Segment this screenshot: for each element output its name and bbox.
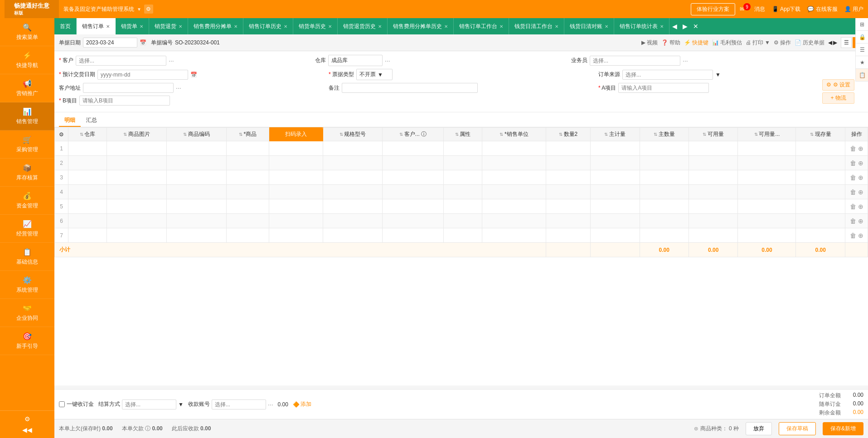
row-unit-6[interactable] [482, 228, 546, 243]
row-code-0[interactable] [166, 141, 226, 156]
th-available-qty[interactable]: 可用量 [689, 128, 737, 141]
invoice-select[interactable]: 不开票 ▼ [356, 69, 393, 80]
address-more-icon[interactable]: ··· [176, 84, 181, 91]
tab-cash-reconcile[interactable]: 钱货日清对账 ✕ [564, 18, 614, 34]
row-unit-2[interactable] [482, 170, 546, 185]
tab-expense[interactable]: 销售费用分摊单 ✕ [188, 18, 243, 34]
tab-workbench-close[interactable]: ✕ [499, 24, 503, 29]
logistics-btn[interactable]: + 物流 [822, 92, 854, 104]
user-avatar[interactable]: 👤 用户 [844, 5, 863, 13]
row-main-qty-6[interactable] [640, 228, 689, 243]
tab-sales-invoice-close[interactable]: ✕ [140, 24, 143, 29]
dropdown-arrow-icon[interactable]: ▼ [137, 7, 141, 12]
sidebar-collapse-icon[interactable]: ◀◀ [2, 426, 52, 433]
th-main-qty[interactable]: 主数量 [640, 128, 689, 141]
row-main-qty-5[interactable] [640, 214, 689, 228]
tab-returns-close[interactable]: ✕ [179, 24, 182, 29]
sidebar-item-management[interactable]: 📈 经营管理 [0, 215, 54, 243]
row-warehouse-0[interactable] [68, 141, 107, 156]
row-warehouse-1[interactable] [68, 156, 107, 170]
row-scan-0[interactable] [269, 141, 323, 156]
save-draft-btn[interactable]: 保存草稿 [779, 422, 816, 435]
sidebar-item-sales[interactable]: 📊 销售管理 [0, 102, 54, 130]
row-scan-4[interactable] [269, 199, 323, 214]
copy-icon-5[interactable]: ⊕ [858, 217, 863, 225]
tab-sales-stats-close[interactable]: ✕ [660, 24, 664, 29]
row-attr-3[interactable] [443, 185, 482, 199]
tab-order-history[interactable]: 销售订单历史 ✕ [243, 18, 293, 34]
copy-icon-4[interactable]: ⊕ [858, 203, 863, 210]
row-qty2-1[interactable] [546, 156, 590, 170]
row-qty2-5[interactable] [546, 214, 590, 228]
row-code-6[interactable] [166, 228, 226, 243]
sidebar-item-navigation[interactable]: ⚡ 快捷导航 [0, 46, 54, 74]
row-product-5[interactable] [226, 214, 269, 228]
messages-area[interactable]: ✉ 9 消息 [740, 5, 766, 13]
row-customer-code-1[interactable] [383, 156, 443, 170]
row-customer-code-2[interactable] [383, 170, 443, 185]
history-btn[interactable]: 📄 历史单据 [795, 39, 824, 47]
delete-icon-2[interactable]: 🗑 [850, 174, 856, 181]
row-spec-4[interactable] [323, 199, 383, 214]
th-warehouse[interactable]: 仓库 [68, 128, 107, 141]
row-scan-3[interactable] [269, 185, 323, 199]
row-spec-6[interactable] [323, 228, 383, 243]
tab-expense-close[interactable]: ✕ [234, 24, 238, 29]
th-customer-code[interactable]: 客户... ⓘ [383, 128, 443, 141]
row-code-1[interactable] [166, 156, 226, 170]
tab-sales-order[interactable]: 销售订单 ✕ [77, 18, 116, 34]
row-scan-6[interactable] [269, 228, 323, 243]
shortcut-btn[interactable]: ⚡ 快捷键 [684, 39, 708, 47]
sidebar-item-basic-info[interactable]: 📋 基础信息 [0, 243, 54, 271]
sidebar-item-enterprise[interactable]: 🤝 企业协同 [0, 299, 54, 327]
tab-cash-reconcile-close[interactable]: ✕ [605, 24, 608, 29]
tab-invoice-history-close[interactable]: ✕ [328, 24, 332, 29]
row-spec-0[interactable] [323, 141, 383, 156]
row-warehouse-4[interactable] [68, 199, 107, 214]
row-warehouse-3[interactable] [68, 185, 107, 199]
delete-icon-6[interactable]: 🗑 [850, 232, 856, 239]
account-more-icon[interactable]: ··· [268, 401, 273, 408]
tab-sales-stats[interactable]: 销售订单统计表 ✕ [614, 18, 669, 34]
row-qty2-6[interactable] [546, 228, 590, 243]
sidebar-settings-icon[interactable]: ⚙ [2, 415, 52, 423]
add-btn[interactable]: 🔶 添加 [293, 400, 311, 408]
right-btn-1[interactable]: ⊞ [856, 18, 868, 31]
row-customer-code-4[interactable] [383, 199, 443, 214]
row-attr-1[interactable] [443, 156, 482, 170]
row-attr-4[interactable] [443, 199, 482, 214]
row-code-4[interactable] [166, 199, 226, 214]
row-attr-2[interactable] [443, 170, 482, 185]
save-new-btn[interactable]: 保存&新增 [823, 422, 863, 435]
th-current-qty[interactable]: 现存量 [796, 128, 845, 141]
row-qty2-0[interactable] [546, 141, 590, 156]
salesperson-more-icon[interactable]: ··· [683, 57, 688, 64]
row-main-qty-3[interactable] [640, 185, 689, 199]
row-warehouse-5[interactable] [68, 214, 107, 228]
row-qty2-3[interactable] [546, 185, 590, 199]
th-available-qty2[interactable]: 可用量... [738, 128, 796, 141]
th-settings[interactable]: ⚙ [55, 128, 68, 141]
row-spec-5[interactable] [323, 214, 383, 228]
sidebar-item-search[interactable]: 🔍 搜索菜单 [0, 18, 54, 46]
tab-order-history-close[interactable]: ✕ [284, 24, 287, 29]
th-spec[interactable]: 规格型号 [323, 128, 383, 141]
warehouse-display[interactable]: 成品库 [328, 55, 383, 66]
delete-icon-3[interactable]: 🗑 [850, 188, 856, 196]
row-spec-3[interactable] [323, 185, 383, 199]
sidebar-item-inventory[interactable]: 📦 库存核算 [0, 159, 54, 187]
row-product-0[interactable] [226, 141, 269, 156]
salesperson-input[interactable] [590, 56, 680, 66]
sidebar-item-finance[interactable]: 💰 资金管理 [0, 187, 54, 215]
b-project-input[interactable] [79, 96, 170, 106]
row-code-3[interactable] [166, 185, 226, 199]
nav-next-icon[interactable]: ▶ [833, 39, 837, 46]
row-qty2-4[interactable] [546, 199, 590, 214]
tab-sales-order-close[interactable]: ✕ [106, 24, 110, 29]
row-attr-0[interactable] [443, 141, 482, 156]
row-unit-1[interactable] [482, 156, 546, 170]
row-spec-1[interactable] [323, 156, 383, 170]
operation-btn[interactable]: ⚙ 操作 [774, 39, 791, 47]
row-scan-1[interactable] [269, 156, 323, 170]
tab-expense-history-close[interactable]: ✕ [444, 24, 448, 29]
